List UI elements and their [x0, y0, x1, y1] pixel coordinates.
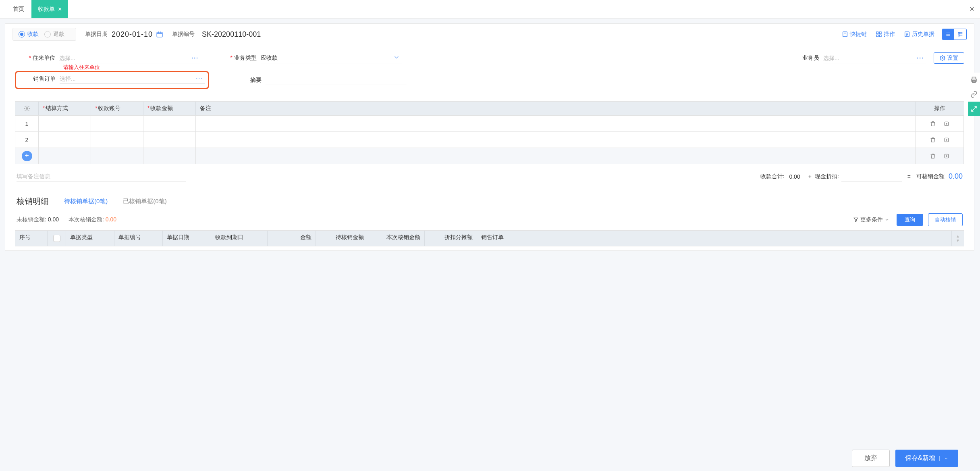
- summary-input[interactable]: [266, 77, 407, 83]
- history-label: 历史单据: [912, 31, 934, 38]
- copy-icon[interactable]: [943, 121, 950, 127]
- total-value: 0.00: [789, 173, 800, 180]
- svg-point-10: [26, 108, 28, 109]
- operator-input[interactable]: [823, 55, 926, 61]
- partner-field: *往来单位 ··· 请输入往来单位: [15, 52, 200, 64]
- radio-dot-icon: [19, 31, 25, 38]
- avail-label: 可核销金额: [916, 173, 945, 180]
- scroll-indicator[interactable]: ▲▼: [952, 231, 964, 246]
- tab-done[interactable]: 已核销单据(0笔): [119, 195, 170, 208]
- discount-input[interactable]: [841, 172, 902, 181]
- doc-date-value[interactable]: 2020-01-10: [112, 30, 153, 39]
- radio-receive-label: 收款: [27, 31, 39, 38]
- equals-sign: =: [907, 173, 911, 180]
- setting-label: 设置: [947, 54, 958, 62]
- doc-no-label: 单据编号: [172, 31, 195, 38]
- partner-label: *往来单位: [15, 54, 59, 62]
- checkbox-all[interactable]: [53, 235, 60, 242]
- remark-input[interactable]: [17, 171, 186, 181]
- copy-icon[interactable]: [943, 137, 950, 143]
- biztype-field: *业务类型: [216, 52, 402, 64]
- svg-rect-7: [958, 32, 960, 34]
- operate-button[interactable]: 操作: [876, 31, 895, 38]
- view-list-icon[interactable]: [942, 29, 954, 40]
- query-button[interactable]: 查询: [897, 214, 923, 226]
- table-row-add: +: [15, 148, 964, 164]
- svg-rect-8: [958, 35, 960, 36]
- history-button[interactable]: 历史单据: [904, 31, 934, 38]
- delete-icon[interactable]: [930, 121, 936, 127]
- doc-date-label: 单据日期: [85, 31, 108, 38]
- biztype-input[interactable]: [261, 55, 402, 61]
- tab-home[interactable]: 首页: [6, 0, 31, 18]
- more-icon[interactable]: ···: [191, 55, 199, 61]
- radio-refund[interactable]: 退款: [44, 31, 64, 38]
- close-all-icon[interactable]: ×: [970, 4, 974, 14]
- radio-refund-label: 退款: [53, 31, 64, 38]
- this-writeoff-text: 本次核销金额: 0.00: [69, 216, 116, 223]
- form-area: *往来单位 ··· 请输入往来单位 *业务类型 业务员: [5, 45, 974, 99]
- partner-input[interactable]: [59, 55, 200, 61]
- col-ops: 操作: [916, 102, 964, 115]
- svg-point-9: [942, 57, 943, 59]
- col-check: [48, 231, 66, 246]
- col-type: 单据类型: [66, 231, 114, 246]
- operate-label: 操作: [884, 31, 895, 38]
- main-panel: 收款 退款 单据日期 2020-01-10 单据编号 SK-20200110-0…: [5, 23, 974, 251]
- svg-rect-2: [876, 32, 878, 34]
- copy-icon[interactable]: [943, 153, 950, 159]
- summary-bar: 收款合计: 0.00 + 现金折扣: = 可核销金额 0.00: [17, 171, 963, 181]
- more-filter-button[interactable]: 更多条件: [853, 216, 889, 223]
- col-amt: *收款金额: [143, 102, 196, 115]
- svg-rect-0: [157, 32, 162, 37]
- auto-writeoff-button[interactable]: 自动核销: [928, 213, 963, 226]
- partner-error: 请输入往来单位: [63, 64, 100, 71]
- col-seq: 序号: [15, 231, 48, 246]
- more-icon[interactable]: ···: [196, 75, 203, 82]
- col-amt: 金额: [268, 231, 316, 246]
- col-settle: *结算方式: [39, 102, 91, 115]
- col-order: 销售订单: [477, 231, 952, 246]
- chevron-down-icon[interactable]: [393, 54, 400, 61]
- salesorder-input[interactable]: [60, 75, 205, 82]
- tab-receipt[interactable]: 收款单 ×: [31, 0, 68, 18]
- summary-label: 摘要: [221, 77, 266, 84]
- more-icon[interactable]: ···: [917, 55, 924, 61]
- svg-rect-5: [879, 35, 881, 37]
- gear-icon[interactable]: [15, 102, 39, 115]
- shortcut-button[interactable]: 快捷键: [842, 31, 867, 38]
- salesorder-highlight: 销售订单 ···: [15, 71, 209, 89]
- writeoff-title: 核销明细: [17, 196, 49, 207]
- writeoff-grid: 序号 单据类型 单据编号 单据日期 收款到期日 金额 待核销金额 本次核销金额 …: [15, 230, 964, 246]
- salesorder-field: 销售订单 ···: [19, 74, 205, 84]
- salesorder-label: 销售订单: [19, 75, 60, 83]
- tab-waiting[interactable]: 待核销单据(0笔): [60, 195, 112, 208]
- calendar-icon[interactable]: [156, 31, 163, 38]
- col-wait: 待核销金额: [316, 231, 368, 246]
- radio-receive[interactable]: 收款: [19, 31, 39, 38]
- total-label: 收款合计:: [760, 173, 785, 180]
- col-due: 收款到期日: [211, 231, 268, 246]
- view-detail-icon[interactable]: [954, 29, 966, 40]
- col-disc: 折扣分摊额: [425, 231, 477, 246]
- add-row-button[interactable]: +: [22, 151, 32, 161]
- grid-header: *结算方式 *收款账号 *收款金额 备注 操作: [15, 102, 964, 115]
- print-icon[interactable]: [968, 73, 980, 87]
- link-icon[interactable]: [968, 87, 980, 102]
- setting-button[interactable]: 设置: [934, 52, 964, 64]
- tab-receipt-label: 收款单: [38, 6, 55, 13]
- col-this: 本次核销金额: [368, 231, 425, 246]
- table-row[interactable]: 1: [15, 115, 964, 131]
- receipt-grid: *结算方式 *收款账号 *收款金额 备注 操作 1 2: [15, 101, 964, 164]
- table-row[interactable]: 2: [15, 131, 964, 148]
- receipt-type-radio-group: 收款 退款: [12, 28, 76, 41]
- delete-icon[interactable]: [930, 137, 936, 143]
- expand-icon[interactable]: [968, 102, 980, 116]
- operator-label: 业务员: [779, 54, 823, 62]
- col-date: 单据日期: [163, 231, 211, 246]
- view-toggle: [942, 29, 967, 40]
- writeoff-bar: 未核销金额: 0.00 本次核销金额: 0.00 更多条件 查询 自动核销: [17, 213, 963, 226]
- delete-icon[interactable]: [930, 153, 936, 159]
- summary-field: 摘要: [221, 71, 407, 89]
- close-icon[interactable]: ×: [58, 6, 62, 13]
